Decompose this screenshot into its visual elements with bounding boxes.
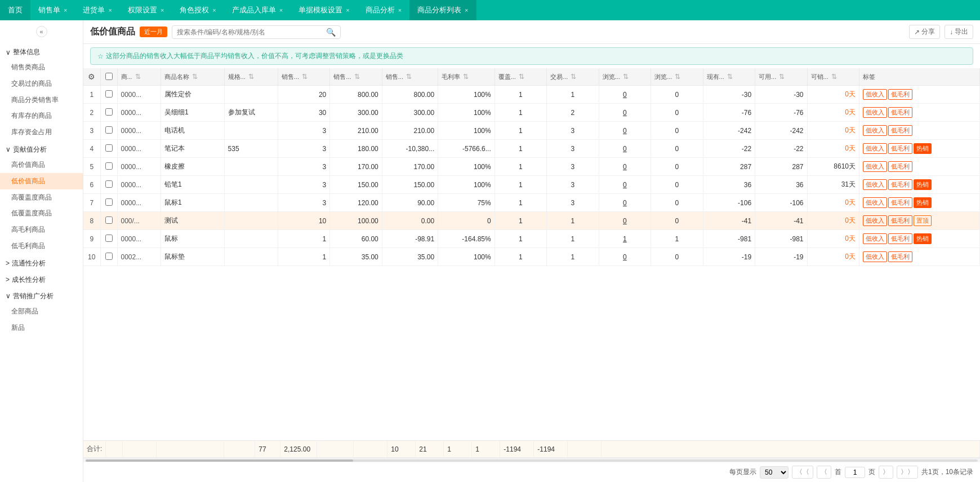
row-checkbox[interactable] <box>105 198 113 206</box>
sidebar-section-flow[interactable]: > 流通性分析 <box>0 254 83 271</box>
nav-purchase-close[interactable]: × <box>108 7 112 14</box>
sidebar-item-low-value[interactable]: 低价值商品 <box>0 173 83 189</box>
per-page-select[interactable]: 50 100 200 <box>760 466 789 479</box>
scrollbar-area[interactable] <box>83 458 980 462</box>
th-spec[interactable]: 规格... ⇅ <box>224 68 278 86</box>
sidebar-item-stock-capital[interactable]: 库存资金占用 <box>0 124 83 140</box>
nav-sales[interactable]: 销售单 × <box>30 0 75 20</box>
row-checkbox[interactable] <box>105 216 113 224</box>
th-transaction[interactable]: 交易... ⇅ <box>547 68 599 86</box>
row-checkbox-cell[interactable] <box>100 176 117 194</box>
th-views1[interactable]: 浏览... ⇅ <box>599 68 651 86</box>
select-all-checkbox[interactable] <box>105 73 113 80</box>
row-views1[interactable]: 0 <box>599 86 651 104</box>
views-link[interactable]: 0 <box>623 163 627 171</box>
row-checkbox-cell[interactable] <box>100 158 117 176</box>
nav-goods-analysis[interactable]: 商品分析 × <box>358 0 409 20</box>
first-page-btn[interactable]: 〈〈 <box>792 466 813 479</box>
row-checkbox[interactable] <box>105 253 113 260</box>
sidebar-collapse-btn[interactable]: « <box>36 26 47 37</box>
sidebar-section-contribution[interactable]: ∨ 贡献值分析 <box>0 140 83 157</box>
th-name[interactable]: 商品名称 ⇅ <box>161 68 225 86</box>
sidebar-item-high-value[interactable]: 高价值商品 <box>0 157 83 173</box>
th-sales-qty[interactable]: 销售... ⇅ <box>278 68 329 86</box>
filter-tag-btn[interactable]: 近一月 <box>140 26 167 37</box>
th-sales-amount[interactable]: 销售... ⇅ <box>382 68 438 86</box>
views-link[interactable]: 1 <box>623 235 627 243</box>
sidebar-item-low-coverage[interactable]: 低覆盖度商品 <box>0 205 83 222</box>
nav-goods-list[interactable]: 商品分析列表 × <box>409 0 476 20</box>
sidebar-section-overall[interactable]: ∨ 整体信息 <box>0 43 83 59</box>
th-sales-price[interactable]: 销售... ⇅ <box>330 68 382 86</box>
row-views1[interactable]: 0 <box>599 212 651 230</box>
views-link[interactable]: 0 <box>623 91 627 99</box>
row-views1[interactable]: 0 <box>599 158 651 176</box>
views-link[interactable]: 0 <box>623 127 627 135</box>
share-button[interactable]: ↗ 分享 <box>909 25 940 39</box>
nav-permission-close[interactable]: × <box>161 7 164 14</box>
row-checkbox-cell[interactable] <box>100 248 117 266</box>
sidebar-item-high-coverage[interactable]: 高覆盖度商品 <box>0 189 83 206</box>
th-current-stock[interactable]: 现有... ⇅ <box>703 68 755 86</box>
gear-icon[interactable]: ⚙ <box>88 72 95 81</box>
th-gear[interactable]: ⚙ <box>83 68 100 86</box>
th-margin[interactable]: 毛利率 ⇅ <box>438 68 495 86</box>
th-views2[interactable]: 浏览... ⇅ <box>651 68 703 86</box>
sidebar-item-stock-goods[interactable]: 有库存的商品 <box>0 108 83 124</box>
row-checkbox[interactable] <box>105 126 113 134</box>
row-checkbox[interactable] <box>105 144 113 152</box>
th-checkbox[interactable] <box>100 68 117 86</box>
row-checkbox-cell[interactable] <box>100 104 117 122</box>
nav-stock-close[interactable]: × <box>279 7 283 14</box>
table-wrapper[interactable]: ⚙ 商... ⇅ 商品名称 ⇅ 规格... ⇅ 销售... ⇅ 销售... ⇅ … <box>83 68 980 440</box>
search-icon[interactable]: 🔍 <box>326 28 336 37</box>
next-page-btn[interactable]: 〉 <box>879 466 893 479</box>
nav-goods-list-close[interactable]: × <box>465 7 468 14</box>
views-link[interactable]: 0 <box>623 199 627 207</box>
views-link[interactable]: 0 <box>623 253 627 261</box>
sidebar-item-new-goods[interactable]: 新品 <box>0 320 83 336</box>
th-code[interactable]: 商... ⇅ <box>117 68 161 86</box>
th-coverage[interactable]: 覆盖... ⇅ <box>495 68 546 86</box>
row-checkbox[interactable] <box>105 162 113 170</box>
scrollbar-thumb[interactable] <box>86 459 353 462</box>
row-checkbox[interactable] <box>105 108 113 116</box>
th-saleable[interactable]: 可销... ⇅ <box>807 68 859 86</box>
nav-purchase[interactable]: 进货单 × <box>75 0 119 20</box>
row-views1[interactable]: 0 <box>599 176 651 194</box>
row-views1[interactable]: 0 <box>599 248 651 266</box>
sidebar-section-growth[interactable]: > 成长性分析 <box>0 271 83 287</box>
row-checkbox-cell[interactable] <box>100 140 117 158</box>
nav-stock-in[interactable]: 产成品入库单 × <box>224 0 291 20</box>
sidebar-item-all-goods[interactable]: 全部商品 <box>0 303 83 320</box>
sidebar-section-marketing[interactable]: ∨ 营销推广分析 <box>0 287 83 303</box>
last-page-btn[interactable]: 〉〉 <box>897 466 918 479</box>
prev-page-btn[interactable]: 〈 <box>817 466 831 479</box>
row-checkbox-cell[interactable] <box>100 230 117 248</box>
nav-template[interactable]: 单据模板设置 × <box>291 0 357 20</box>
views-link[interactable]: 0 <box>623 181 627 189</box>
sidebar-item-high-margin[interactable]: 高毛利商品 <box>0 222 83 238</box>
sidebar-item-category-sales[interactable]: 商品分类销售率 <box>0 92 83 108</box>
row-checkbox-cell[interactable] <box>100 194 117 212</box>
nav-role[interactable]: 角色授权 × <box>172 0 224 20</box>
sidebar-item-traded-goods[interactable]: 交易过的商品 <box>0 76 83 92</box>
nav-home[interactable]: 首页 <box>0 0 30 20</box>
row-views1[interactable]: 1 <box>599 230 651 248</box>
nav-goods-close[interactable]: × <box>398 7 402 14</box>
row-checkbox-cell[interactable] <box>100 86 117 104</box>
views-link[interactable]: 0 <box>623 145 627 153</box>
row-views1[interactable]: 0 <box>599 194 651 212</box>
row-checkbox[interactable] <box>105 90 113 98</box>
row-checkbox[interactable] <box>105 235 113 242</box>
row-views1[interactable]: 0 <box>599 104 651 122</box>
sidebar-item-low-margin[interactable]: 低毛利商品 <box>0 238 83 254</box>
row-checkbox-cell[interactable] <box>100 212 117 230</box>
sidebar-item-sales-goods[interactable]: 销售类商品 <box>0 59 83 76</box>
row-views1[interactable]: 0 <box>599 122 651 140</box>
th-available[interactable]: 可用... ⇅ <box>755 68 807 86</box>
nav-template-close[interactable]: × <box>346 7 349 14</box>
nav-permission[interactable]: 权限设置 × <box>120 0 172 20</box>
page-number-input[interactable] <box>845 467 865 478</box>
row-checkbox-cell[interactable] <box>100 122 117 140</box>
